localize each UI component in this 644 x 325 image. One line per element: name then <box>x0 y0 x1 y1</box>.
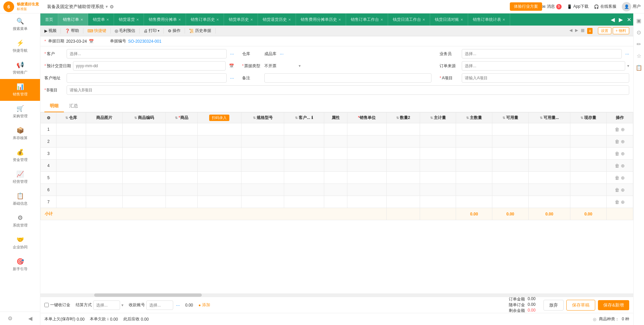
row-copy-icon[interactable]: ⊕ <box>621 175 625 180</box>
collapse-icon[interactable]: ◀ <box>28 315 32 322</box>
sidebar-item-quicknav[interactable]: ⚡ 快捷导航 <box>0 35 40 57</box>
row-delete-icon[interactable]: 🗑 <box>615 187 619 193</box>
chevron-down-icon-invoice[interactable]: ▾ <box>299 64 301 68</box>
trial-button[interactable]: 体验行业方案 <box>510 2 542 11</box>
add-material-button[interactable]: + 物料 <box>613 27 630 34</box>
tab-daily-workbench[interactable]: 钱货日清工作台 ✕ <box>388 13 430 26</box>
tab-daily-recon[interactable]: 钱货日清对账 ✕ <box>430 13 468 26</box>
sidebar-item-system[interactable]: ⚙ 系统管理 <box>0 210 40 232</box>
tab-close-sales-order[interactable]: ✕ <box>80 18 83 22</box>
tab-close-invoice[interactable]: ✕ <box>106 18 109 22</box>
prev-record-icon[interactable]: ◀ <box>569 28 572 34</box>
tab-close-order-history[interactable]: ✕ <box>216 18 219 22</box>
chevron-down-icon-payment[interactable]: ▾ <box>121 303 123 308</box>
messages-button[interactable]: ✉ 消息 9 <box>542 4 562 9</box>
toolbar-print[interactable]: 🖨 打印 ▾ <box>144 28 159 34</box>
tab-close-expense-split[interactable]: ✕ <box>178 18 181 22</box>
remark-input[interactable] <box>264 73 432 83</box>
calendar-icon-delivery[interactable]: 📅 <box>229 64 234 68</box>
tab-close-stats[interactable]: ✕ <box>502 18 505 22</box>
tab-close-return-history[interactable]: ✕ <box>288 18 291 22</box>
account-input[interactable] <box>146 300 173 310</box>
warehouse-expand-icon[interactable]: ··· <box>280 51 284 56</box>
salesperson-input[interactable] <box>462 49 622 58</box>
tab-close-invoice-history[interactable]: ✕ <box>250 18 253 22</box>
tab-expense-split[interactable]: 销售费用分摊单 ✕ <box>144 13 186 26</box>
th-gear[interactable]: ⚙ <box>41 113 56 123</box>
row-copy-icon[interactable]: ⊕ <box>621 151 625 156</box>
toolbar-profit[interactable]: ◎ 毛利预估 <box>115 28 135 34</box>
tab-return-history[interactable]: 销货退货历史 ✕ <box>258 13 296 26</box>
row-delete-icon[interactable]: 🗑 <box>615 175 619 180</box>
panel-icon-2[interactable]: ⊙ <box>635 28 642 37</box>
tab-sales-order[interactable]: 销售订单 ✕ <box>58 13 88 26</box>
toolbar-shortcut[interactable]: ⌨ 快捷键 <box>87 28 106 34</box>
app-download-button[interactable]: 📱 App下载 <box>567 4 589 9</box>
sidebar-item-finance[interactable]: 💰 资金管理 <box>0 145 40 166</box>
online-service-button[interactable]: 🎧 在线客服 <box>594 4 616 9</box>
toolbar-help[interactable]: ❓ 帮助 <box>65 28 79 34</box>
toolbar-operation[interactable]: ⚙ 操作 <box>168 28 181 34</box>
grid-view-icon[interactable]: ▦ <box>581 28 584 34</box>
a-project-input[interactable] <box>462 73 629 83</box>
row-delete-icon[interactable]: 🗑 <box>615 199 619 205</box>
toolbar-view[interactable]: ▶ 视频 <box>44 28 56 34</box>
row-copy-icon[interactable]: ⊕ <box>621 199 625 205</box>
calendar-icon[interactable]: 📅 <box>89 39 94 44</box>
tab-invoice-history[interactable]: 销货单历史 ✕ <box>224 13 258 26</box>
b-project-input[interactable] <box>67 85 629 95</box>
tab-menu-button[interactable]: ✕ <box>625 16 633 23</box>
sidebar-item-collab[interactable]: 🤝 企业协同 <box>0 232 40 254</box>
row-copy-icon[interactable]: ⊕ <box>621 127 625 132</box>
settings-footer-icon[interactable]: ⚙ <box>8 315 12 322</box>
tab-detail[interactable]: 明细 <box>44 100 64 112</box>
tab-close-daily-recon[interactable]: ✕ <box>460 18 463 22</box>
tab-invoice[interactable]: 销货单 ✕ <box>88 13 114 26</box>
delivery-date-input[interactable] <box>73 61 226 71</box>
panel-icon-3[interactable]: ✏ <box>635 40 642 49</box>
scrollbar-thumb[interactable] <box>94 293 202 297</box>
tab-next-button[interactable]: ▶ <box>617 16 625 23</box>
customer-addr-input[interactable] <box>67 73 227 83</box>
row-delete-icon[interactable]: 🗑 <box>615 163 619 168</box>
addr-expand-icon[interactable]: ··· <box>230 75 234 81</box>
tab-order-history[interactable]: 销售订单历史 ✕ <box>186 13 224 26</box>
deposit-checkbox[interactable] <box>44 303 49 307</box>
list-view-icon[interactable]: ≡ <box>587 28 592 34</box>
sidebar-item-purchase[interactable]: 🛒 采购管理 <box>0 101 40 123</box>
chevron-down-icon-source[interactable]: ▾ <box>627 64 629 68</box>
next-record-icon[interactable]: ▶ <box>575 28 578 34</box>
tab-home[interactable]: 首页 <box>40 13 58 26</box>
tab-prev-button[interactable]: ◀ <box>609 16 617 23</box>
tab-close-expense-history[interactable]: ✕ <box>338 18 341 22</box>
settings-button[interactable]: 设置 <box>598 27 611 34</box>
scan-button[interactable]: 扫码录入 <box>209 115 229 121</box>
sidebar-item-search[interactable]: 🔍 搜索菜单 <box>0 13 40 35</box>
sidebar-item-sales[interactable]: 📊 销售管理 <box>0 79 40 101</box>
sidebar-item-basic-info[interactable]: 📋 基础信息 <box>0 188 40 210</box>
customer-input[interactable] <box>67 49 227 58</box>
gear-icon[interactable]: ⚙ <box>110 4 114 9</box>
chevron-down-icon[interactable]: ▾ <box>106 4 108 9</box>
user-button[interactable]: 👤 用户 <box>622 2 641 11</box>
row-delete-icon[interactable]: 🗑 <box>615 127 619 132</box>
panel-icon-5[interactable]: 📋 <box>634 63 644 72</box>
salesperson-expand-icon[interactable]: ··· <box>625 51 629 56</box>
tab-close-daily-workbench[interactable]: ✕ <box>422 18 425 22</box>
customer-expand-icon[interactable]: ··· <box>230 51 234 56</box>
payment-method-input[interactable] <box>93 300 120 310</box>
tab-close-order-workbench[interactable]: ✕ <box>380 18 383 22</box>
sidebar-item-marketing[interactable]: 📢 营销推广 <box>0 57 40 79</box>
tab-expense-history[interactable]: 销售费用分摊单历史 ✕ <box>296 13 346 26</box>
row-delete-icon[interactable]: 🗑 <box>615 139 619 144</box>
toolbar-history[interactable]: 📜 历史单据 <box>189 28 211 34</box>
tab-stats[interactable]: 销售订单统计表 ✕ <box>468 13 510 26</box>
row-copy-icon[interactable]: ⊕ <box>621 187 625 193</box>
save-draft-button[interactable]: 保存草稿 <box>566 300 595 311</box>
help-icon-debt[interactable]: ℹ <box>107 317 109 321</box>
row-copy-icon[interactable]: ⊕ <box>621 163 625 168</box>
tab-return[interactable]: 销货退货 ✕ <box>114 13 144 26</box>
discard-button[interactable]: 放弃 <box>543 300 564 311</box>
sidebar-item-operations[interactable]: 📈 经营管理 <box>0 166 40 188</box>
sidebar-item-inventory[interactable]: 📦 库存核算 <box>0 123 40 145</box>
